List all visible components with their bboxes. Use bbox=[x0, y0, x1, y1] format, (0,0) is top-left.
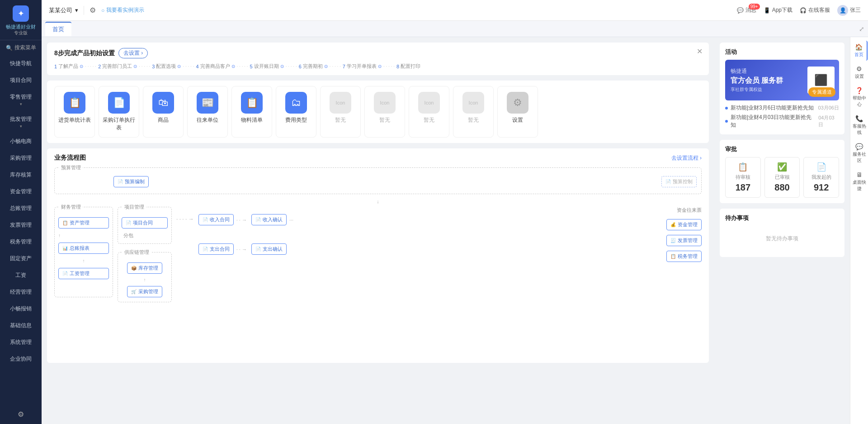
supply-area: 供应链管理 📦 库存管理 ↑ 🛒 采购管理 bbox=[118, 252, 172, 302]
asset-mgmt-node[interactable]: 📋 资产管理 bbox=[58, 217, 109, 229]
project-col: 项目管理 📄 项目合同 分包 bbox=[118, 207, 172, 307]
budget-control-node[interactable]: 📄 预算控制 bbox=[661, 176, 697, 187]
icon-cost-type[interactable]: 🗂 费用类型 bbox=[276, 86, 316, 138]
sidebar-item-general-ledger[interactable]: 总账管理 bbox=[0, 200, 42, 217]
sidebar-item-wholesale[interactable]: 批发管理 ▾ bbox=[0, 111, 42, 133]
approved-count: 880 bbox=[774, 182, 789, 193]
sidebar-item-ecommerce[interactable]: 小畅电商 bbox=[0, 133, 42, 150]
icon-goods[interactable]: 🛍 商品 bbox=[143, 86, 184, 138]
icon-partner[interactable]: 📰 往来单位 bbox=[187, 86, 228, 138]
expense-contract-node[interactable]: 📄 支出合同 bbox=[198, 243, 234, 255]
inventory-mgmt-node[interactable]: 📦 库存管理 bbox=[127, 262, 162, 274]
sidebar-item-fixed-assets[interactable]: 固定资产 bbox=[0, 250, 42, 267]
flow-settings-link[interactable]: 去设置流程 › bbox=[671, 154, 702, 162]
tab-home[interactable]: 首页 bbox=[45, 22, 71, 36]
my-submit-icon: 📄 bbox=[816, 162, 826, 172]
flow-arrow-down: ↓ bbox=[54, 199, 702, 204]
sidebar-item-purchase[interactable]: 采购管理 bbox=[0, 150, 42, 167]
icon-empty1[interactable]: Icon 暂无 bbox=[320, 86, 361, 138]
approval-approved[interactable]: ✅ 已审核 880 bbox=[764, 157, 800, 198]
sidebar-item-enterprise[interactable]: 企业协同 bbox=[0, 351, 42, 367]
settings-icon: ⚙ bbox=[507, 92, 528, 114]
sidebar-item-quick-nav[interactable]: 快捷导航 bbox=[0, 55, 42, 72]
project-contract-node[interactable]: 📄 项目合同 bbox=[122, 217, 168, 229]
sidebar-item-system[interactable]: 系统管理 bbox=[0, 334, 42, 351]
icon-empty3[interactable]: Icon 暂无 bbox=[409, 86, 449, 138]
sr-desktop[interactable]: 🖥 桌面快捷 bbox=[851, 168, 868, 195]
icon-label: 进货单统计表 bbox=[58, 116, 91, 124]
ledger-report-node[interactable]: 📊 总账报表 bbox=[58, 243, 109, 254]
user-avatar-button[interactable]: 👤 张三 bbox=[837, 5, 861, 16]
sr-community[interactable]: 💬 服务社区 bbox=[851, 140, 868, 167]
sidebar-item-finance[interactable]: 资金管理 bbox=[0, 183, 42, 200]
setup-step-3[interactable]: 3配置选项⊙ bbox=[152, 63, 181, 70]
maximize-button[interactable]: ⤢ bbox=[859, 25, 864, 33]
sidebar-item-inventory[interactable]: 库存核算 bbox=[0, 167, 42, 183]
icon-material[interactable]: 📋 物料清单 bbox=[231, 86, 272, 138]
setup-step-8[interactable]: 8配置打印 bbox=[396, 63, 420, 70]
far-right-label: 资金往来票 bbox=[666, 207, 702, 214]
sr-service[interactable]: 📞 客服热线 bbox=[851, 112, 868, 138]
setup-button[interactable]: 去设置 › bbox=[118, 48, 148, 58]
help-icon: ❓ bbox=[855, 87, 863, 94]
setup-step-5[interactable]: 5设开账日期⊙ bbox=[250, 63, 284, 70]
sidebar-item-invoice[interactable]: 发票管理 bbox=[0, 217, 42, 233]
message-button[interactable]: 💬 消息 99+ bbox=[737, 6, 756, 14]
income-confirm-node[interactable]: 📄 收入确认 bbox=[251, 214, 287, 225]
demo-icon: ○ bbox=[101, 7, 104, 14]
income-contract-node[interactable]: 📄 收入合同 bbox=[198, 214, 234, 225]
demo-link[interactable]: ○ 我要看实例演示 bbox=[101, 6, 144, 14]
sidebar-item-ops[interactable]: 经营管理 bbox=[0, 284, 42, 300]
sr-help[interactable]: ❓ 帮助中心 bbox=[851, 84, 868, 110]
setup-step-6[interactable]: 6完善期初⊙ bbox=[299, 63, 328, 70]
approval-pending[interactable]: 📋 待审核 187 bbox=[725, 157, 761, 198]
sr-home[interactable]: 🏠 首页 bbox=[851, 41, 868, 61]
icon-empty4[interactable]: Icon 暂无 bbox=[453, 86, 494, 138]
icon-label: 往来单位 bbox=[197, 116, 218, 124]
news-item-1[interactable]: 新功能|业财3月6日功能更新抢先知 03月06日 bbox=[725, 104, 839, 112]
approved-icon: ✅ bbox=[777, 162, 787, 172]
sidebar-item-project-contract[interactable]: 项目合同 bbox=[0, 72, 42, 89]
sidebar-item-tax[interactable]: 税务管理 bbox=[0, 233, 42, 250]
sidebar-item-label: 小畅报销 bbox=[10, 305, 32, 313]
expense-confirm-node[interactable]: 📄 支出确认 bbox=[251, 243, 287, 255]
activity-banner[interactable]: 畅捷通 官方会员 服务群 享社群专属权益 ⬛ 专属通道 bbox=[725, 60, 839, 100]
sidebar-right: 🏠 首页 ⚙ 设置 ❓ 帮助中心 📞 客服热线 💬 服务社区 🖥 桌面快捷 bbox=[850, 37, 868, 424]
sidebar-settings-button[interactable]: ⚙ bbox=[0, 405, 42, 424]
purchase-mgmt-node[interactable]: 🛒 采购管理 bbox=[127, 286, 162, 297]
invoice-mgmt-node[interactable]: 🧾 发票管理 bbox=[666, 235, 702, 246]
banner-btn[interactable]: 专属通道 bbox=[808, 87, 835, 97]
icon-label: 采购订单执行表 bbox=[103, 116, 135, 132]
app-logo: ✦ 畅捷通好业财 专业版 bbox=[0, 0, 42, 40]
close-icon[interactable]: ✕ bbox=[697, 47, 703, 56]
sidebar-item-basic-info[interactable]: 基础信息 bbox=[0, 317, 42, 334]
sidebar-item-label: 经营管理 bbox=[10, 288, 32, 296]
setup-step-1[interactable]: 1了解产品⊙ bbox=[54, 63, 83, 70]
icon-settings[interactable]: ⚙ 设置 bbox=[497, 86, 538, 138]
icon-empty2[interactable]: Icon 暂无 bbox=[364, 86, 405, 138]
sidebar-item-label: 基础信息 bbox=[10, 322, 32, 329]
budget-make-node[interactable]: 📄 预算编制 bbox=[113, 176, 149, 187]
setup-step-7[interactable]: 7学习开单报表⊙ bbox=[343, 63, 382, 70]
settings-icon: ⚙ bbox=[856, 65, 862, 72]
sidebar-item-payroll[interactable]: 工资 bbox=[0, 267, 42, 284]
news-item-2[interactable]: 新功能|业财4月03日功能更新抢先知 04月03日 bbox=[725, 114, 839, 129]
company-selector[interactable]: 某某公司 ▾ bbox=[49, 6, 78, 14]
approval-my-submit[interactable]: 📄 我发起的 912 bbox=[803, 157, 839, 198]
salary-mgmt-node[interactable]: 📄 工资管理 bbox=[58, 268, 109, 279]
dot-icon bbox=[725, 120, 728, 123]
topbar-settings-icon[interactable]: ⚙ bbox=[90, 6, 96, 14]
sidebar-item-retail[interactable]: 零售管理 ▾ bbox=[0, 89, 42, 111]
app-download-button[interactable]: 📱 App下载 bbox=[764, 6, 793, 14]
icon-stock-report[interactable]: 📋 进货单统计表 bbox=[54, 86, 95, 138]
sr-settings[interactable]: ⚙ 设置 bbox=[851, 62, 868, 82]
tax-mgmt-node[interactable]: 📋 税务管理 bbox=[666, 251, 702, 262]
search-menu[interactable]: 🔍 搜索菜单 bbox=[0, 40, 42, 55]
icon-purchase-order[interactable]: 📄 采购订单执行表 bbox=[99, 86, 139, 138]
online-service-button[interactable]: 🎧 在线客服 bbox=[800, 6, 830, 14]
setup-step-4[interactable]: 4完善商品客户⊙ bbox=[196, 63, 235, 70]
icon-label: 物料清单 bbox=[241, 116, 263, 124]
sidebar-item-expense[interactable]: 小畅报销 bbox=[0, 300, 42, 317]
setup-step-2[interactable]: 2完善部门员工⊙ bbox=[98, 63, 137, 70]
finance-mgmt-node[interactable]: 💰 资金管理 bbox=[666, 219, 702, 230]
